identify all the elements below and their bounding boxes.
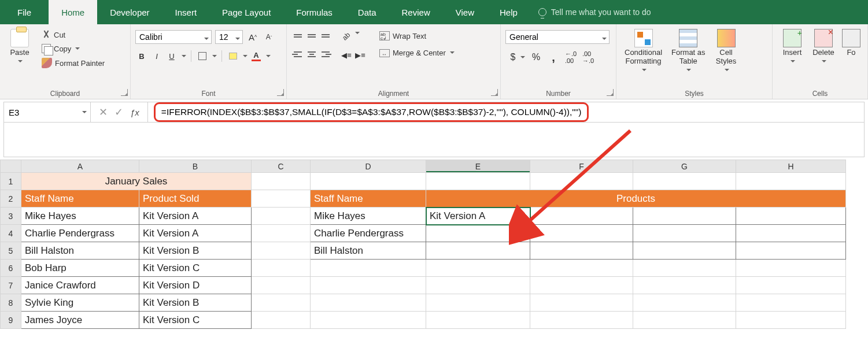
align-bottom-button[interactable] (319, 30, 332, 42)
cell[interactable] (736, 260, 846, 277)
cell[interactable] (633, 294, 736, 312)
cell[interactable] (736, 242, 846, 260)
borders-button[interactable] (196, 50, 209, 62)
row-header[interactable]: 7 (1, 277, 21, 294)
cell[interactable]: Mike Hayes (311, 208, 426, 225)
cell[interactable] (426, 260, 530, 277)
cell[interactable]: Janice Crawford (21, 277, 139, 294)
tell-me-search[interactable]: Tell me what you want to do (530, 0, 659, 24)
row-header[interactable]: 8 (1, 294, 21, 312)
cell[interactable]: Bill Halston (311, 242, 426, 260)
increase-indent-button[interactable]: ▶≡ (354, 49, 367, 61)
dialog-launcher-icon[interactable] (121, 89, 128, 96)
cell[interactable]: Kit Version A (139, 225, 252, 242)
col-header[interactable]: D (311, 160, 426, 173)
bold-button[interactable]: B (135, 50, 148, 62)
orientation-button[interactable]: ab (340, 30, 353, 43)
cell[interactable] (530, 277, 633, 294)
align-middle-button[interactable] (305, 30, 318, 42)
cell[interactable] (530, 225, 633, 242)
increase-decimal-button[interactable]: ←.0.00 (564, 51, 577, 64)
row-header[interactable]: 5 (1, 242, 21, 260)
cell[interactable] (633, 277, 736, 294)
conditional-formatting-button[interactable]: Conditional Formatting (621, 27, 666, 76)
tab-home[interactable]: Home (49, 0, 97, 24)
cell[interactable] (252, 190, 311, 208)
tab-developer[interactable]: Developer (97, 0, 162, 24)
insert-function-button[interactable]: ƒx (130, 108, 139, 117)
insert-cells-button[interactable]: + Insert (777, 27, 807, 67)
cell[interactable] (736, 277, 846, 294)
copy-button[interactable]: Copy (39, 43, 107, 54)
name-box[interactable]: E3 (4, 102, 91, 122)
enter-formula-button[interactable]: ✓ (114, 106, 123, 118)
cell[interactable] (252, 294, 311, 312)
cell[interactable] (311, 260, 426, 277)
cell[interactable] (736, 208, 846, 225)
decrease-indent-button[interactable]: ◀≡ (340, 49, 353, 61)
underline-button[interactable]: U (165, 50, 178, 62)
cell[interactable] (530, 208, 633, 225)
tab-data[interactable]: Data (345, 0, 389, 24)
delete-cells-button[interactable]: × Delete (808, 27, 839, 67)
cell[interactable] (252, 225, 311, 242)
comma-format-button[interactable]: , (547, 51, 560, 64)
cell[interactable] (426, 294, 530, 312)
col-header[interactable]: G (633, 160, 736, 173)
cell[interactable]: Bill Halston (21, 242, 139, 260)
tab-formulas[interactable]: Formulas (283, 0, 345, 24)
number-format-select[interactable]: General (505, 30, 610, 44)
cell[interactable]: Sylvie King (21, 294, 139, 312)
col-header[interactable]: B (139, 160, 252, 173)
cell[interactable]: Staff Name (311, 190, 426, 208)
cell[interactable] (633, 312, 736, 329)
row-header[interactable]: 3 (1, 208, 21, 225)
cell[interactable]: Kit Version A (139, 208, 252, 225)
cell[interactable] (252, 208, 311, 225)
accounting-format-button[interactable]: $ (507, 51, 519, 64)
cell[interactable] (311, 294, 426, 312)
cell[interactable]: Kit Version B (139, 294, 252, 312)
format-as-table-button[interactable]: Format as Table (668, 27, 709, 76)
percent-format-button[interactable]: % (530, 51, 542, 64)
tab-insert[interactable]: Insert (162, 0, 210, 24)
cell[interactable] (530, 260, 633, 277)
tab-view[interactable]: View (443, 0, 487, 24)
cell[interactable] (311, 312, 426, 329)
row-header[interactable]: 9 (1, 312, 21, 329)
cell[interactable]: James Joyce (21, 312, 139, 329)
cell[interactable] (633, 260, 736, 277)
font-name-select[interactable]: Calibri (135, 30, 212, 44)
increase-font-button[interactable]: A^ (246, 31, 259, 43)
cell[interactable] (426, 242, 530, 260)
col-header[interactable]: A (21, 160, 139, 173)
align-right-button[interactable] (319, 49, 332, 60)
cell[interactable]: Products (426, 190, 846, 208)
wrap-text-button[interactable]: abc↲ Wrap Text (377, 30, 457, 42)
cell[interactable]: Mike Hayes (21, 208, 139, 225)
cut-button[interactable]: Cut (39, 29, 107, 40)
align-center-button[interactable] (305, 49, 318, 60)
cell[interactable]: Product Sold (139, 190, 252, 208)
cell[interactable] (252, 173, 311, 190)
dialog-launcher-icon[interactable] (491, 89, 498, 96)
dialog-launcher-icon[interactable] (607, 89, 614, 96)
cell[interactable] (252, 312, 311, 329)
selected-cell[interactable]: Kit Version A (426, 208, 530, 225)
cell[interactable] (252, 260, 311, 277)
cell[interactable]: January Sales (21, 173, 252, 190)
cell[interactable]: Bob Harp (21, 260, 139, 277)
cell[interactable] (426, 277, 530, 294)
cell[interactable] (252, 277, 311, 294)
cell[interactable] (633, 173, 736, 190)
merge-center-button[interactable]: ↔ Merge & Center (377, 47, 457, 58)
cell[interactable] (530, 242, 633, 260)
cell[interactable]: Charlie Pendergrass (311, 225, 426, 242)
col-header[interactable]: F (530, 160, 633, 173)
row-header[interactable]: 2 (1, 190, 21, 208)
tab-page-layout[interactable]: Page Layout (209, 0, 283, 24)
cell[interactable] (426, 173, 530, 190)
col-header[interactable]: C (252, 160, 311, 173)
cell[interactable] (426, 312, 530, 329)
cell[interactable] (311, 277, 426, 294)
